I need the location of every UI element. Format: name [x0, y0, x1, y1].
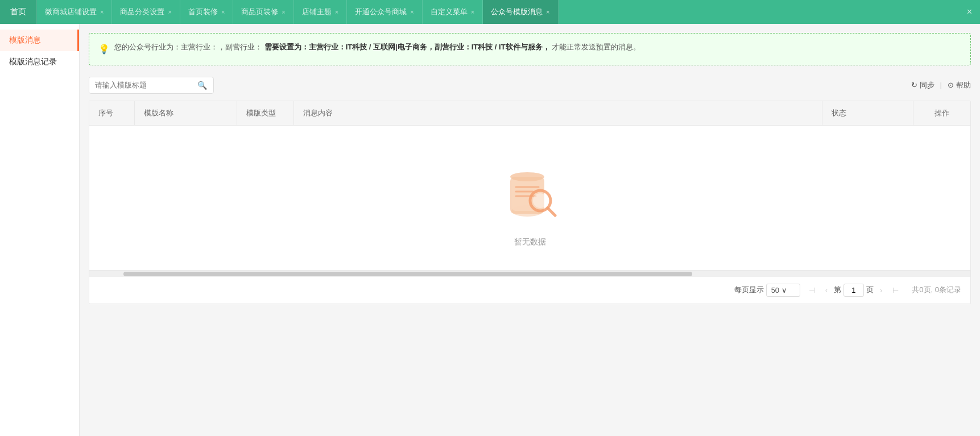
empty-icon — [496, 160, 564, 228]
last-page-button[interactable]: ⊢ — [888, 284, 903, 296]
col-header-status: 状态 — [822, 101, 913, 125]
template-msg-label: 公众号模版消息 — [491, 7, 543, 17]
first-page-button[interactable]: ⊣ — [805, 284, 819, 296]
search-icon: 🔍 — [197, 81, 207, 90]
close-home-decor-icon[interactable]: × — [221, 9, 225, 15]
col-header-seq: 序号 — [89, 101, 135, 125]
content-area: 💡 您的公众号行业为：主营行业：，副营行业： 需要设置为：主营行业：IT科技 /… — [80, 24, 980, 436]
close-custom-menu-icon[interactable]: × — [471, 9, 474, 15]
sync-icon: ↻ — [911, 81, 917, 89]
search-button[interactable]: 🔍 — [192, 77, 213, 93]
nav-tab-home[interactable]: 首页 — [0, 0, 37, 24]
total-info: 共0页, 0条记录 — [912, 285, 961, 295]
page-size-selector: 每页显示 50 ∨ — [734, 284, 800, 297]
close-category-settings-icon[interactable]: × — [168, 9, 171, 15]
home-tab-label: 首页 — [10, 7, 26, 17]
empty-state: 暂无数据 — [89, 126, 970, 270]
nav-tab-category-settings[interactable]: 商品分类设置 × — [112, 0, 180, 24]
divider: | — [940, 81, 942, 89]
close-open-mall-icon[interactable]: × — [410, 9, 413, 15]
page-unit: 页 — [866, 285, 874, 295]
page-size-select-box[interactable]: 50 ∨ — [766, 284, 800, 297]
nav-tab-store-theme[interactable]: 店铺主题 × — [294, 0, 347, 24]
close-store-theme-icon[interactable]: × — [335, 9, 338, 15]
bulb-icon: 💡 — [98, 42, 110, 57]
help-button[interactable]: ⊙ 帮助 — [948, 80, 971, 90]
main-layout: 模版消息 模版消息记录 💡 您的公众号行业为：主营行业：，副营行业： 需要设置为… — [0, 24, 980, 436]
category-settings-label: 商品分类设置 — [120, 7, 164, 17]
page-navigation: ⊣ ‹ 第 页 › ⊢ — [805, 284, 903, 297]
sidebar: 模版消息 模版消息记录 — [0, 24, 80, 436]
table-header: 序号 模版名称 模版类型 消息内容 状态 操作 — [89, 101, 970, 126]
horizontal-scrollbar[interactable] — [89, 270, 970, 277]
data-table: 序号 模版名称 模版类型 消息内容 状态 操作 — [89, 101, 971, 304]
sidebar-item-label: 模版消息记录 — [9, 57, 57, 66]
svg-line-9 — [548, 208, 555, 215]
nav-tab-home-decor[interactable]: 首页装修 × — [180, 0, 233, 24]
page-number-input[interactable] — [843, 284, 864, 297]
nav-tab-product-decor[interactable]: 商品页装修 × — [233, 0, 293, 24]
notice-box: 💡 您的公众号行业为：主营行业：，副营行业： 需要设置为：主营行业：IT科技 /… — [89, 33, 971, 65]
next-page-button[interactable]: › — [876, 284, 886, 296]
close-product-decor-icon[interactable]: × — [282, 9, 285, 15]
search-input[interactable] — [89, 77, 192, 93]
current-page-prefix: 第 — [834, 285, 841, 295]
store-settings-label: 微商城店铺设置 — [45, 7, 97, 17]
pagination: 每页显示 50 ∨ ⊣ ‹ 第 页 › ⊢ 共0页, 0条记录 — [89, 277, 970, 304]
sync-button[interactable]: ↻ 同步 — [911, 80, 934, 90]
top-nav: 首页 微商城店铺设置 × 商品分类设置 × 首页装修 × 商品页装修 × 店铺主… — [0, 0, 980, 24]
nav-tab-template-msg[interactable]: 公众号模版消息 × — [483, 0, 558, 24]
col-header-type: 模版类型 — [237, 101, 294, 125]
home-decor-label: 首页装修 — [188, 7, 218, 17]
sidebar-item-label: 模版消息 — [9, 35, 41, 44]
notice-text: 您的公众号行业为：主营行业：，副营行业： 需要设置为：主营行业：IT科技 / 互… — [114, 41, 640, 53]
nav-tab-custom-menu[interactable]: 自定义菜单 × — [423, 0, 483, 24]
close-store-settings-icon[interactable]: × — [100, 9, 104, 15]
product-decor-label: 商品页装修 — [241, 7, 278, 17]
col-header-content: 消息内容 — [294, 101, 822, 125]
close-template-msg-icon[interactable]: × — [546, 9, 549, 15]
svg-point-6 — [510, 172, 544, 181]
toolbar-right: ↻ 同步 | ⊙ 帮助 — [911, 80, 971, 90]
sidebar-item-template-msg[interactable]: 模版消息 — [0, 30, 79, 51]
scrollbar-thumb[interactable] — [123, 272, 692, 276]
custom-menu-label: 自定义菜单 — [431, 7, 468, 17]
help-icon: ⊙ — [948, 81, 954, 89]
svg-point-8 — [533, 193, 548, 208]
store-theme-label: 店铺主题 — [302, 7, 332, 17]
sync-label: 同步 — [920, 80, 934, 90]
nav-tab-store-settings[interactable]: 微商城店铺设置 × — [37, 0, 112, 24]
page-size-value: 50 — [771, 286, 779, 294]
close-all-button[interactable]: × — [959, 7, 980, 17]
sidebar-item-template-msg-records[interactable]: 模版消息记录 — [0, 51, 79, 73]
dropdown-icon: ∨ — [781, 286, 787, 294]
help-label: 帮助 — [956, 80, 971, 90]
open-mall-label: 开通公众号商城 — [355, 7, 407, 17]
nav-tab-open-mall[interactable]: 开通公众号商城 × — [347, 0, 422, 24]
page-size-label: 每页显示 — [734, 285, 764, 295]
toolbar: 🔍 ↻ 同步 | ⊙ 帮助 — [89, 77, 971, 94]
col-header-name: 模版名称 — [135, 101, 237, 125]
col-header-action: 操作 — [913, 101, 970, 125]
search-box: 🔍 — [89, 77, 214, 94]
prev-page-button[interactable]: ‹ — [821, 284, 832, 296]
empty-text: 暂无数据 — [514, 237, 546, 247]
